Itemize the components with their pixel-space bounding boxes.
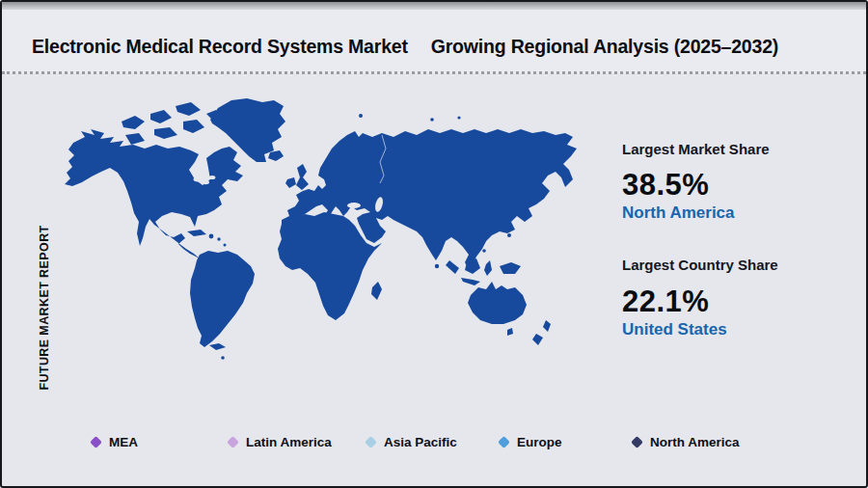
largest-market-share-region: North America xyxy=(622,203,735,223)
largest-market-share-label: Largest Market Share xyxy=(622,141,770,157)
brand-vertical-label: FUTURE MARKET REPORT xyxy=(38,225,51,390)
europe-diamond-icon xyxy=(498,436,510,448)
legend-label: North America xyxy=(650,435,740,449)
legend-item-latin-america: Latin America xyxy=(229,432,332,451)
legend-label: MEA xyxy=(109,435,138,449)
legend-label: Europe xyxy=(517,435,562,449)
largest-country-share-value: 22.1% xyxy=(622,285,709,319)
page-title-part2: Growing Regional Analysis (2025–2032) xyxy=(431,36,778,57)
legend-item-asia-pacific: Asia Pacific xyxy=(366,432,457,451)
legend-label: Asia Pacific xyxy=(384,435,457,449)
page-title-part1: Electronic Medical Record Systems Market xyxy=(32,36,408,57)
largest-country-share-label: Largest Country Share xyxy=(622,257,778,273)
asia-pacific-diamond-icon xyxy=(365,436,377,448)
region-legend: MEA Latin America Asia Pacific Europe No… xyxy=(2,432,868,451)
legend-item-mea: MEA xyxy=(92,432,138,451)
legend-item-europe: Europe xyxy=(500,432,562,451)
world-map xyxy=(62,91,600,390)
legend-label: Latin America xyxy=(246,435,332,449)
world-map-svg xyxy=(62,91,600,390)
latin-america-diamond-icon xyxy=(227,436,239,448)
legend-item-north-america: North America xyxy=(633,432,740,451)
dotted-separator xyxy=(2,71,866,74)
infographic-frame: Electronic Medical Record Systems Market… xyxy=(0,0,868,488)
mea-diamond-icon xyxy=(90,436,102,448)
largest-country-share-region: United States xyxy=(622,320,727,339)
north-america-diamond-icon xyxy=(631,436,643,448)
top-accent-strip xyxy=(2,2,866,10)
page-title: Electronic Medical Record Systems Market… xyxy=(32,36,861,58)
world-map-land xyxy=(65,98,577,360)
largest-market-share-value: 38.5% xyxy=(622,168,709,203)
